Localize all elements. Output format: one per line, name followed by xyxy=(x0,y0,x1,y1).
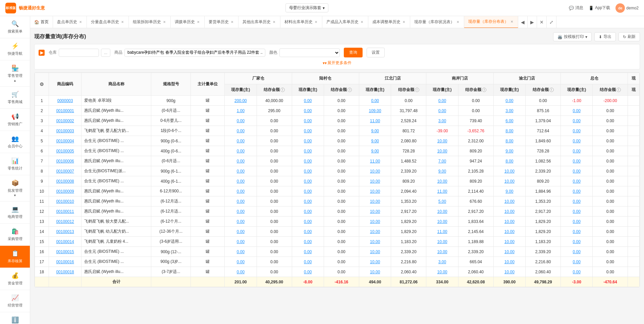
sidebar-item-quick-nav[interactable]: ⚡ 快捷导航 xyxy=(0,38,30,60)
cell-link[interactable]: 10.00 xyxy=(437,179,447,184)
tab-home[interactable]: 🏠 首页 xyxy=(30,16,53,28)
cell-link[interactable]: 0.00 xyxy=(573,229,581,234)
cell-link[interactable]: 8.00 xyxy=(505,159,513,164)
sidebar-item-ecommerce[interactable]: 💻 电商管理 xyxy=(0,201,30,224)
cell-link[interactable]: 109.00 xyxy=(369,108,381,113)
settings-icon[interactable]: ⚙ xyxy=(40,82,44,87)
sidebar-item-inventory[interactable]: 📋 库存核算 xyxy=(0,246,30,268)
cell-link[interactable]: 10.00 xyxy=(437,239,447,244)
cell-link[interactable]: 0.00 xyxy=(371,98,379,103)
warehouse-input[interactable] xyxy=(59,49,99,57)
cell-link[interactable]: 0.00 xyxy=(304,239,312,244)
cell-link[interactable]: 3.00 xyxy=(505,108,513,113)
code-link[interactable]: 00100006 xyxy=(56,159,74,164)
expand-row-btn[interactable]: ▶ xyxy=(39,50,45,56)
cell-link[interactable]: 0.00 xyxy=(573,239,581,244)
tab-stock-dist[interactable]: 现存量（库存分布表） ✕ xyxy=(464,16,518,28)
cell-link[interactable]: 0.00 xyxy=(237,249,245,254)
cell-link[interactable]: 0.00 xyxy=(573,199,581,204)
code-link[interactable]: 00100008 xyxy=(56,179,74,184)
tab-fullscreen-btn[interactable]: ⤢ xyxy=(547,16,556,28)
info-icon[interactable]: i xyxy=(280,88,285,92)
info-icon[interactable]: i xyxy=(347,88,352,92)
sidebar-item-retail-stats[interactable]: 📊 零售统计 xyxy=(0,153,30,175)
cell-link[interactable]: 0.00 xyxy=(573,219,581,224)
cell-link[interactable]: 0.00 xyxy=(304,129,312,133)
code-link[interactable]: 00100001 xyxy=(56,108,74,113)
cell-link[interactable]: 10.00 xyxy=(504,179,515,184)
export-btn[interactable]: ⬇ 导出 xyxy=(594,32,616,41)
close-icon[interactable]: ✕ xyxy=(78,20,83,24)
cell-link[interactable]: 10.00 xyxy=(504,219,515,224)
cell-link[interactable]: 9.00 xyxy=(438,169,446,174)
sidebar-item-operations[interactable]: 📈 经营管理 xyxy=(0,290,30,312)
cell-link[interactable]: 10.00 xyxy=(370,249,380,254)
tab-cost-adjust[interactable]: 成本调整单历史 ✕ xyxy=(368,16,410,28)
cell-link[interactable]: 0.00 xyxy=(573,159,581,164)
cell-link[interactable]: 10.00 xyxy=(504,249,515,254)
sidebar-item-retail-shop[interactable]: 🛒 零售商城 xyxy=(0,87,30,109)
cell-link[interactable]: 10.00 xyxy=(370,199,380,204)
code-link[interactable]: 00100013 xyxy=(56,229,74,234)
cell-link[interactable]: 0.00 xyxy=(304,199,312,204)
cell-link[interactable]: 8.00 xyxy=(505,139,513,143)
cell-link[interactable]: 7.00 xyxy=(438,159,446,164)
cell-link[interactable]: 10.00 xyxy=(370,239,380,244)
cell-link[interactable]: 0.00 xyxy=(573,119,581,123)
code-link[interactable]: 00100003 xyxy=(56,129,74,133)
cell-link[interactable]: 10.00 xyxy=(437,219,447,224)
code-link[interactable]: 00100012 xyxy=(56,219,74,224)
cell-link[interactable]: 0.00 xyxy=(237,189,245,194)
tab-prev-btn[interactable]: ◀ xyxy=(518,16,528,28)
code-link[interactable]: 00100011 xyxy=(56,209,74,214)
cell-link[interactable]: 10.00 xyxy=(370,260,380,264)
cell-link[interactable]: 10.00 xyxy=(504,229,515,234)
cell-link[interactable]: 10.00 xyxy=(370,270,380,274)
sidebar-item-finance[interactable]: 💰 资金管理 xyxy=(0,268,30,290)
cell-link[interactable]: 0.00 xyxy=(304,169,312,174)
cell-link[interactable]: 10.00 xyxy=(370,189,380,194)
cell-link[interactable]: 0.00 xyxy=(237,169,245,174)
close-icon[interactable]: ✕ xyxy=(196,20,200,24)
cell-link[interactable]: 0.00 xyxy=(304,260,312,264)
code-link[interactable]: 00100016 xyxy=(56,260,74,264)
cell-link[interactable]: 0.00 xyxy=(237,229,245,234)
sidebar-item-marketing[interactable]: 📢 营销推广 xyxy=(0,109,30,131)
close-icon[interactable]: ✕ xyxy=(230,20,234,24)
cell-link[interactable]: 0.00 xyxy=(304,149,312,153)
cell-link[interactable]: 11.00 xyxy=(370,119,380,123)
cell-link[interactable]: 200.00 xyxy=(234,98,247,103)
cell-link[interactable]: 0.00 xyxy=(304,119,312,123)
cell-link[interactable]: 6.00 xyxy=(505,119,513,123)
cell-link[interactable]: 0.00 xyxy=(573,249,581,254)
code-link[interactable]: 00100007 xyxy=(56,169,74,174)
tab-material-out[interactable]: 材料出库单历史 ✕ xyxy=(280,16,322,28)
cell-link[interactable]: 0.00 xyxy=(304,159,312,164)
close-icon[interactable]: ✕ xyxy=(272,20,276,24)
company-selector[interactable]: 母婴行业演示陈套 ▾ xyxy=(285,3,328,12)
cell-link[interactable]: 10.00 xyxy=(504,209,515,214)
sidebar-item-base-info[interactable]: ℹ️ 基础信息 xyxy=(0,312,30,324)
close-icon[interactable]: ✕ xyxy=(360,20,364,24)
sidebar-item-search[interactable]: 🔍 搜索英单 xyxy=(0,16,30,38)
cell-link[interactable]: 0.00 xyxy=(573,108,581,113)
code-link[interactable]: 00100002 xyxy=(56,119,74,123)
cell-link[interactable]: 10.00 xyxy=(437,139,447,143)
cell-link[interactable]: 10.00 xyxy=(370,219,380,224)
cell-link[interactable]: 10.00 xyxy=(370,209,380,214)
close-icon[interactable]: ✕ xyxy=(120,20,124,24)
cell-link[interactable]: 1.00 xyxy=(237,108,245,113)
info-icon[interactable]: i xyxy=(415,88,419,92)
sidebar-item-retail-mgmt[interactable]: 🏪 零售管理 ▲ xyxy=(0,60,30,87)
code-link[interactable]: 00100010 xyxy=(56,199,74,204)
cell-link[interactable]: 0.00 xyxy=(304,108,312,113)
cell-link[interactable]: 9.00 xyxy=(371,139,379,143)
cell-link[interactable]: 0.00 xyxy=(304,139,312,143)
cell-link[interactable]: 0.00 xyxy=(237,179,245,184)
cell-link[interactable]: 10.00 xyxy=(370,179,380,184)
cell-link[interactable]: 10.00 xyxy=(437,149,447,153)
close-icon[interactable]: ✕ xyxy=(510,20,514,24)
cell-link[interactable]: 10.00 xyxy=(437,270,447,274)
close-icon[interactable]: ✕ xyxy=(456,20,460,24)
cell-link[interactable]: 0.00 xyxy=(304,219,312,224)
